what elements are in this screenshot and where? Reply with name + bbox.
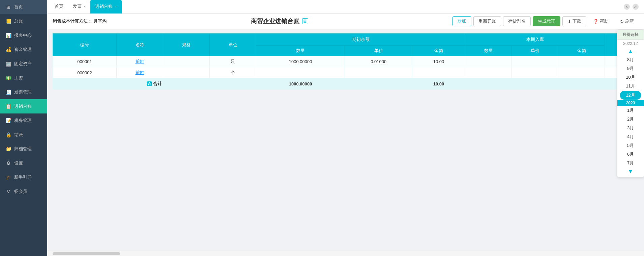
sidebar-icon-home: ⊞ — [5, 4, 11, 10]
sidebar-item-settings[interactable]: ⚙设置 — [0, 156, 47, 170]
cell-in-amount — [558, 67, 605, 78]
month-item[interactable]: 11月 — [617, 82, 644, 91]
month-item[interactable]: 9月 — [617, 64, 644, 73]
main-area: 首页发票×进销台账× × ⤢ 销售成本计算方法： 月平均 商贸企业进销台账 目 … — [47, 0, 644, 256]
sidebar-label-funds: 资金管理 — [14, 47, 32, 53]
col-name: 名称 — [117, 34, 163, 56]
sidebar-item-ledger[interactable]: 📒总账 — [0, 14, 47, 28]
content-area: 销售成本计算方法： 月平均 商贸企业进销台账 目 对账 重新开账 存货别名 生成… — [47, 14, 644, 256]
sidebar-item-purchase-sales[interactable]: 📋进销台账 — [0, 99, 47, 113]
tab-home-tab[interactable]: 首页 — [50, 0, 68, 14]
refresh-button[interactable]: ↻ 刷新 — [615, 17, 639, 26]
table-total-row: 合 合计 1000.00000 10.00 — [53, 78, 639, 89]
month-item[interactable]: 7月 — [617, 159, 644, 168]
col-in-price: 单价 — [512, 46, 558, 56]
toolbar-actions: 对账 重新开账 存货别名 生成凭证 ⬇ 下载 ❓ 帮助 ↻ 刷新 — [452, 16, 639, 26]
total-icon: 合 — [147, 81, 152, 86]
month-item[interactable]: 8月 — [617, 55, 644, 64]
sidebar: ⊞首页📒总账📊报表中心💰资金管理🏢固定资产💵工资🧾发票管理📋进销台账📝税务管理🔒… — [0, 0, 47, 256]
tab-label-invoice-tab: 发票 — [73, 3, 82, 9]
cell-spec — [163, 56, 210, 67]
download-button[interactable]: ⬇ 下载 — [562, 16, 586, 26]
table-group-header-row: 编号 名称 规格 单位 期初余额 本期入库 数 — [53, 34, 639, 46]
sidebar-icon-close: 🔒 — [5, 132, 11, 137]
close-window-button[interactable]: × — [624, 4, 630, 10]
generate-voucher-button[interactable]: 生成凭证 — [533, 16, 560, 26]
cell-in-price — [512, 67, 558, 78]
sidebar-icon-payroll: 💵 — [5, 75, 11, 81]
horizontal-scrollbar-area[interactable] — [47, 251, 644, 256]
sidebar-item-assets[interactable]: 🏢固定资产 — [0, 57, 47, 71]
month-item[interactable]: 3月 — [617, 124, 644, 132]
month-item[interactable]: 10月 — [617, 73, 644, 82]
sales-method-value: 月平均 — [93, 19, 107, 24]
month-scroll-up[interactable]: ▲ — [617, 47, 644, 55]
month-item[interactable]: 6月 — [617, 150, 644, 159]
month-item-current[interactable]: 12月 — [620, 91, 641, 100]
col-initial-qty: 数量 — [256, 46, 345, 56]
sidebar-item-vip[interactable]: V畅会员 — [0, 184, 47, 199]
sidebar-item-close[interactable]: 🔒结账 — [0, 128, 47, 142]
sidebar-item-invoice-mgmt[interactable]: 🧾发票管理 — [0, 85, 47, 99]
sidebar-label-ledger: 总账 — [14, 18, 23, 24]
col-group-initial: 期初余额 — [256, 34, 465, 46]
reopen-button[interactable]: 重新开账 — [473, 16, 501, 26]
sidebar-item-home[interactable]: ⊞首页 — [0, 0, 47, 14]
cell-in-qty — [465, 67, 512, 78]
tab-invoice-tab[interactable]: 发票× — [68, 0, 90, 14]
month-scroll-down[interactable]: ▼ — [617, 168, 644, 176]
purchase-sales-table: 编号 名称 规格 单位 期初余额 本期入库 数 数量 单价 金额 数量 单价 — [53, 33, 639, 89]
month-item[interactable]: 2月 — [617, 115, 644, 124]
help-button[interactable]: ❓ 帮助 — [588, 17, 613, 26]
download-icon: ⬇ — [567, 19, 571, 24]
sidebar-icon-vip: V — [5, 189, 11, 194]
info-icon[interactable]: 目 — [302, 18, 308, 24]
col-spec: 规格 — [163, 34, 210, 56]
cell-spec — [163, 67, 210, 78]
col-initial-price: 单价 — [345, 46, 412, 56]
cell-unit: 只 — [210, 56, 256, 67]
tab-close-purchase-tab[interactable]: × — [115, 4, 117, 8]
sidebar-icon-invoice-mgmt: 🧾 — [5, 89, 11, 95]
month-item[interactable]: 5月 — [617, 141, 644, 150]
tab-close-invoice-tab[interactable]: × — [84, 4, 86, 8]
sidebar-label-settings: 设置 — [14, 160, 23, 166]
tab-purchase-tab[interactable]: 进销台账× — [90, 0, 121, 14]
maximize-window-button[interactable]: ⤢ — [633, 4, 639, 10]
col-in-qty: 数量 — [465, 46, 512, 56]
sidebar-item-reports[interactable]: 📊报表中心 — [0, 28, 47, 43]
help-icon: ❓ — [593, 19, 598, 24]
save-alias-button[interactable]: 存货别名 — [503, 16, 531, 26]
sidebar-item-funds[interactable]: 💰资金管理 — [0, 43, 47, 57]
col-unit: 单位 — [210, 34, 256, 56]
cell-initial-qty: 1000.00000 — [256, 56, 345, 67]
col-group-in: 本期入库 — [465, 34, 605, 46]
cell-in-amount — [558, 56, 605, 67]
year-label-2023: 2023 — [617, 100, 644, 106]
col-initial-amount: 金额 — [412, 46, 465, 56]
cell-initial-price — [345, 67, 412, 78]
sidebar-item-payroll[interactable]: 💵工资 — [0, 71, 47, 85]
horizontal-scrollbar-thumb[interactable] — [53, 252, 120, 255]
month-item[interactable]: 1月 — [617, 106, 644, 115]
month-panel: 月份选择 2022.12 ▲ 8月9月10月11月12月20231月2月3月4月… — [617, 29, 644, 177]
total-initial-price — [345, 78, 412, 89]
table-section: 编号 名称 规格 单位 期初余额 本期入库 数 数量 单价 金额 数量 单价 — [47, 29, 644, 251]
sidebar-label-assets: 固定资产 — [14, 61, 32, 67]
reconcile-button[interactable]: 对账 — [452, 16, 471, 26]
month-item[interactable]: 4月 — [617, 132, 644, 141]
sidebar-item-archive[interactable]: 📁归档管理 — [0, 142, 47, 156]
sidebar-icon-tax: 📝 — [5, 118, 11, 123]
total-in-price — [512, 78, 558, 89]
sidebar-item-tax[interactable]: 📝税务管理 — [0, 113, 47, 128]
total-in-qty — [465, 78, 512, 89]
tab-label-home-tab: 首页 — [55, 3, 63, 9]
sidebar-label-close: 结账 — [14, 132, 23, 138]
sidebar-item-guide[interactable]: 🎓新手引导 — [0, 170, 47, 184]
sidebar-label-vip: 畅会员 — [14, 188, 27, 195]
cell-code: 000001 — [53, 56, 117, 67]
table-row: 000001 前缸 只 1000.00000 0.01000 10.00 — [53, 56, 639, 67]
cell-initial-price: 0.01000 — [345, 56, 412, 67]
cell-code: 000002 — [53, 67, 117, 78]
cell-in-price — [512, 56, 558, 67]
